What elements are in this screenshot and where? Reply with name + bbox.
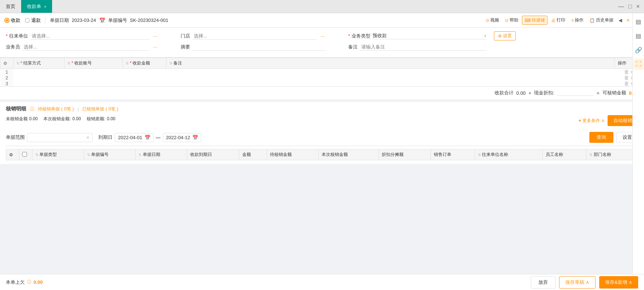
toolbar: 收款 退款 单据日期 2023-03-24 📅 单据编号 SK-20230324…	[0, 13, 644, 28]
history-action[interactable]: 📋 历史单据	[587, 16, 616, 24]
radio-receipt[interactable]: 收款	[4, 17, 20, 24]
table-header: ⚙ ⇅ * 结算方式 ⇅ * 收款账号 ⇅ * 收款	[0, 58, 644, 69]
row-amount-2[interactable]	[123, 75, 166, 81]
row-settle-3[interactable]	[13, 81, 64, 86]
tab-close-icon[interactable]: ×	[44, 4, 46, 9]
range-label: 单据范围	[6, 134, 25, 141]
gear-icon[interactable]: ⚙	[3, 61, 7, 66]
history-label: 历史单据	[596, 17, 613, 23]
more-conditions-label: 更多条件	[582, 118, 600, 124]
partner-input[interactable]	[30, 32, 150, 40]
select-all-checkbox[interactable]	[22, 152, 27, 157]
list-view-icon[interactable]: ≡	[625, 17, 631, 24]
shortcut-action[interactable]: ⌨ 快捷键	[522, 16, 547, 25]
print-action[interactable]: 🖨 打印	[549, 16, 568, 24]
setting-button[interactable]: ⚙ 设置	[494, 31, 516, 40]
date-to-icon[interactable]: 📅	[192, 135, 198, 140]
bottom-checkbox-header[interactable]	[19, 149, 32, 160]
bottom-gear-icon[interactable]: ⚙	[9, 152, 13, 157]
bottom-gear-header[interactable]: ⚙	[6, 149, 19, 160]
col-note-header: ⇅ 备注	[166, 58, 615, 69]
row-settle-2[interactable]	[13, 75, 64, 81]
form-area: * 往来单位 ··· 门店 ··· * 业务类型 预收款 ▾ ⚙	[0, 28, 644, 58]
table-row: 2 🗑 ⊕	[0, 75, 644, 81]
row-account-3[interactable]	[64, 81, 123, 86]
discount-label: 现金折扣:	[534, 90, 554, 96]
save-new-button[interactable]: 保存&新增 ∧	[599, 276, 638, 289]
store-field: 门店 ···	[181, 32, 326, 40]
note-field: 备注	[348, 43, 487, 51]
footer-info-icon[interactable]: ⓘ	[27, 279, 31, 285]
row-settle-1[interactable]	[13, 69, 64, 75]
footer-left: 本单上欠 ⓘ 0.00	[6, 279, 43, 286]
panel-icon-3[interactable]: 🔗	[633, 44, 644, 56]
tab-receipt[interactable]: 收款单 ×	[21, 0, 52, 13]
operation-action[interactable]: ≡ 操作	[569, 16, 586, 24]
row-amount-1[interactable]	[123, 69, 166, 75]
row-note-2[interactable]	[166, 75, 615, 81]
summary-input[interactable]	[192, 43, 326, 51]
more-conditions[interactable]: ▾ 更多条件 ∧	[579, 118, 605, 124]
pending-count: (	[61, 106, 63, 111]
biz-type-arrow: ▾	[484, 33, 487, 39]
panel-icon-4[interactable]: ⛶	[633, 59, 644, 70]
close-button[interactable]: ×	[636, 3, 640, 10]
partner-ellipsis[interactable]: ···	[152, 33, 159, 39]
row-num-1: 1	[0, 69, 13, 75]
row-account-1[interactable]	[64, 69, 123, 75]
date-label: 单据日期	[50, 17, 69, 24]
due-label: 到期日	[98, 134, 113, 141]
bottom-table: ⚙ ⇅ 单据类型 ⇅ 单据编号 ⇅ 单据日期	[6, 149, 638, 160]
discount-input[interactable]	[557, 90, 594, 96]
prev-arrow[interactable]: ◀	[617, 17, 624, 24]
help-label: 帮助	[510, 17, 518, 23]
delete-icon-2[interactable]: 🗑	[624, 75, 629, 81]
store-input[interactable]	[192, 32, 317, 40]
query-button[interactable]: 查询	[589, 132, 613, 143]
abandon-button[interactable]: 放弃	[531, 276, 555, 289]
row-num-3: 3	[0, 81, 13, 86]
history-icon: 📋	[589, 18, 595, 23]
help-action[interactable]: ⊙ 帮助	[503, 16, 521, 24]
done-tab[interactable]: 已核销单据 ( 0笔 )	[82, 106, 118, 112]
tab-home[interactable]: 首页	[0, 0, 21, 13]
current-val: 0.00	[72, 116, 81, 121]
radio-refund[interactable]: 退款	[25, 17, 41, 24]
staff-input[interactable]	[22, 43, 149, 51]
reconcile-title: 核销明细	[6, 106, 26, 112]
gear-header[interactable]: ⚙	[0, 58, 13, 69]
col-sales-order-header: 销售订单	[431, 149, 475, 160]
divider1	[45, 17, 46, 24]
date-range-field: 到期日 2022-04-01 📅 — 2022-04-12 📅	[98, 133, 201, 142]
row-amount-3[interactable]	[123, 81, 166, 86]
range-select[interactable]: ▾	[27, 133, 93, 142]
date-from-icon[interactable]: 📅	[145, 135, 150, 140]
reconcile-actions: ▾ 更多条件 ∧ 自动核销	[579, 115, 638, 126]
maximize-button[interactable]: □	[628, 3, 632, 10]
range-arrow: ▾	[87, 135, 89, 140]
biz-type-select[interactable]: 预收款 ▾	[373, 32, 487, 39]
calendar-icon[interactable]: 📅	[99, 17, 105, 23]
minimize-button[interactable]: —	[618, 3, 624, 10]
row-account-2[interactable]	[64, 75, 123, 81]
pending-tab[interactable]: 待核销单据 ( 0笔 )	[38, 106, 74, 112]
tab-home-label: 首页	[6, 3, 15, 10]
store-ellipsis[interactable]: ···	[319, 33, 326, 39]
total-value: 0.00	[517, 90, 526, 96]
panel-icon-1[interactable]: ▤	[633, 16, 643, 27]
date-to-input[interactable]: 2022-04-12 📅	[163, 133, 202, 142]
save-draft-button[interactable]: 保存草稿 ∧	[559, 276, 596, 289]
col-staff-header: 员工名称	[542, 149, 586, 160]
delete-icon-3[interactable]: 🗑	[624, 81, 629, 86]
staff-ellipsis[interactable]: ···	[152, 44, 159, 50]
row-note-1[interactable]	[166, 69, 615, 75]
date-from-input[interactable]: 2022-04-01 📅	[115, 133, 154, 142]
row-note-3[interactable]	[166, 81, 615, 86]
note-input[interactable]	[360, 43, 487, 51]
col-type-header: ⇅ 单据类型	[32, 149, 84, 160]
reconcile-info-icon[interactable]: ⓘ	[30, 106, 34, 112]
video-action[interactable]: ⊙ 视频	[483, 16, 501, 24]
panel-icon-2[interactable]: ▤	[633, 30, 643, 42]
delete-icon-1[interactable]: 🗑	[624, 69, 629, 75]
current-stat: 本次核销金额: 0.00	[43, 116, 81, 122]
